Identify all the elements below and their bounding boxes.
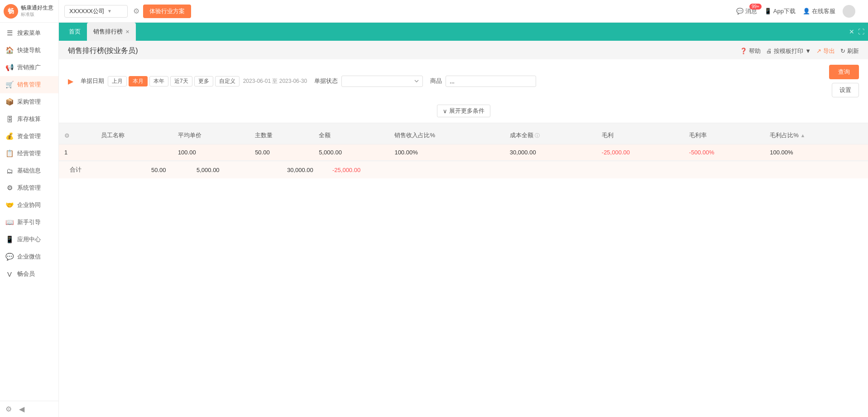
sidebar-item-basic-info[interactable]: 🗂基础信息 <box>0 162 58 179</box>
sidebar-icon-finance: 💰 <box>5 132 14 140</box>
tab-minimize-icon[interactable]: ✕ <box>849 28 854 35</box>
table-cell: 1 <box>59 144 96 161</box>
table-cell: 100.00 <box>173 144 249 161</box>
sidebar-item-sales[interactable]: 🛒销售管理 <box>0 76 58 93</box>
date-more[interactable]: 更多 <box>194 76 213 86</box>
table-header-row: ⚙ 员工名称 平均单价 主数量 全额 销售收入占比% 成本全额 ⓘ 毛利 毛利率… <box>59 127 868 144</box>
sidebar-item-quick-nav[interactable]: 🏠快捷导航 <box>0 42 58 59</box>
print-label: 按模板打印 <box>774 47 803 55</box>
app-label: App下载 <box>773 7 796 15</box>
sidebar-item-guide[interactable]: 📖新手引导 <box>0 214 58 231</box>
sidebar-item-inventory[interactable]: 🗄库存核算 <box>0 110 58 128</box>
date-last-month[interactable]: 上月 <box>108 76 127 86</box>
table-cell: 5,000.00 <box>313 144 389 161</box>
th-name: 员工名称 <box>96 127 173 144</box>
help-button[interactable]: ❓ 帮助 <box>740 47 761 55</box>
sidebar-label-sales: 销售管理 <box>17 81 41 89</box>
company-arrow-icon: ▼ <box>107 9 112 14</box>
tab-home-label: 首页 <box>69 28 81 36</box>
table-body: 1100.0050.005,000.00100.00%30,000.00-25,… <box>59 144 868 161</box>
sidebar-label-marketing: 营销推广 <box>17 63 41 72</box>
expand-more-button[interactable]: ∨ 展开更多条件 <box>437 105 490 117</box>
query-button[interactable]: 查询 <box>829 65 859 79</box>
date-7days[interactable]: 近7天 <box>170 76 192 86</box>
sidebar-icon-marketing: 📢 <box>5 63 14 72</box>
sidebar: 畅 畅康通好生意 标准版 ☰搜索菜单🏠快捷导航📢营销推广🛒销售管理📦采购管理🗄库… <box>0 0 59 417</box>
date-this-month[interactable]: 本月 <box>129 76 148 86</box>
date-filter: 单据日期 上月 本月 本年 近7天 更多 自定义 2023-06-01 至 20… <box>81 76 307 86</box>
sidebar-item-wechat[interactable]: 💬企业微信 <box>0 248 58 265</box>
sidebar-label-purchase: 采购管理 <box>17 98 41 106</box>
sidebar-item-purchase[interactable]: 📦采购管理 <box>0 93 58 110</box>
sidebar-label-basic-info: 基础信息 <box>17 167 41 175</box>
status-filter: 单据状态 <box>314 76 423 87</box>
goods-filter: 商品 <box>430 76 536 87</box>
avatar[interactable] <box>843 5 855 18</box>
th-cost: 成本全额 ⓘ <box>504 127 596 144</box>
sidebar-label-guide: 新手引导 <box>17 218 41 226</box>
sidebar-item-member[interactable]: V畅会员 <box>0 265 58 283</box>
table-row: 1100.0050.005,000.00100.00%30,000.00-25,… <box>59 144 868 161</box>
trial-button[interactable]: 体验行业方案 <box>143 5 191 18</box>
company-selector[interactable]: XXXXXX公司 ▼ <box>64 5 128 18</box>
filter-area: ▶ 单据日期 上月 本月 本年 近7天 更多 自定义 2023-06-01 至 … <box>59 59 868 123</box>
date-buttons: 上月 本月 本年 近7天 更多 自定义 2023-06-01 至 2023-06… <box>108 76 307 86</box>
tab-home[interactable]: 首页 <box>62 23 87 41</box>
print-icon: 🖨 <box>766 48 772 54</box>
sidebar-item-enterprise[interactable]: 🤝企业协同 <box>0 197 58 214</box>
sidebar-item-operations[interactable]: 📋经营管理 <box>0 145 58 162</box>
sidebar-icon-sales: 🛒 <box>5 81 14 89</box>
goods-input[interactable] <box>446 76 536 87</box>
tabbar-actions: ✕ ⛶ <box>849 28 864 35</box>
filter-expand-arrow[interactable]: ▶ <box>68 77 73 86</box>
message-button[interactable]: 💬 消息 99+ <box>736 7 757 15</box>
table-footer: 合计 50.00 5,000.00 30,000.00 -25,000.00 <box>59 161 868 178</box>
print-arrow-icon: ▼ <box>805 48 811 54</box>
online-service-button[interactable]: 👤 在线客服 <box>803 7 835 15</box>
service-icon: 👤 <box>803 8 810 14</box>
refresh-button[interactable]: ↻ 刷新 <box>840 47 859 55</box>
tab-close-icon[interactable]: ✕ <box>125 29 129 35</box>
table-container: ⚙ 员工名称 平均单价 主数量 全额 销售收入占比% 成本全额 ⓘ 毛利 毛利率… <box>59 127 868 161</box>
query-set-area: 查询 设置 <box>829 65 859 97</box>
sidebar-icon-guide: 📖 <box>5 218 14 226</box>
topbar-settings-icon[interactable]: ⚙ <box>133 7 139 15</box>
sidebar-item-search-order[interactable]: ☰搜索菜单 <box>0 24 58 42</box>
table-cell: 50.00 <box>249 144 313 161</box>
th-settings[interactable]: ⚙ <box>59 127 96 144</box>
sidebar-label-member: 畅会员 <box>17 270 35 278</box>
print-button[interactable]: 🖨 按模板打印 ▼ <box>766 47 811 55</box>
export-label: 导出 <box>823 47 835 55</box>
date-this-year[interactable]: 本年 <box>149 76 168 86</box>
collapse-icon[interactable]: ◀ <box>19 405 24 413</box>
sidebar-item-app-center[interactable]: 📱应用中心 <box>0 231 58 248</box>
status-select[interactable] <box>341 76 423 87</box>
date-custom[interactable]: 自定义 <box>215 76 240 86</box>
sidebar-item-finance[interactable]: 💰资金管理 <box>0 128 58 145</box>
sidebar-item-marketing[interactable]: 📢营销推广 <box>0 59 58 76</box>
topbar: XXXXXX公司 ▼ ⚙ 体验行业方案 💬 消息 99+ 📱 App下载 👤 在… <box>59 0 868 23</box>
sidebar-label-app-center: 应用中心 <box>17 235 41 244</box>
tab-sales-rank-label: 销售排行榜 <box>93 28 123 36</box>
sidebar-label-finance: 资金管理 <box>17 132 41 140</box>
app-download-button[interactable]: 📱 App下载 <box>764 7 796 15</box>
tabbar: 首页 销售排行榜 ✕ ✕ ⛶ <box>59 23 868 41</box>
help-icon: ❓ <box>740 48 747 54</box>
app-icon: 📱 <box>764 8 772 14</box>
sidebar-icon-purchase: 📦 <box>5 98 14 106</box>
sidebar-icon-wechat: 💬 <box>5 253 14 261</box>
sidebar-nav: ☰搜索菜单🏠快捷导航📢营销推广🛒销售管理📦采购管理🗄库存核算💰资金管理📋经营管理… <box>0 23 58 401</box>
settings-button[interactable]: 设置 <box>832 83 859 97</box>
chevron-down-icon: ∨ <box>443 108 447 115</box>
sidebar-icon-inventory: 🗄 <box>5 115 14 123</box>
tab-sales-rank[interactable]: 销售排行榜 ✕ <box>87 23 136 41</box>
sidebar-label-search-order: 搜索菜单 <box>17 29 41 37</box>
export-button[interactable]: ↗ 导出 <box>816 47 835 55</box>
logo-icon: 畅 <box>4 4 18 19</box>
th-avg-price: 平均单价 <box>173 127 249 144</box>
tab-maximize-icon[interactable]: ⛶ <box>858 28 864 35</box>
page-header: 销售排行榜(按业务员) ❓ 帮助 🖨 按模板打印 ▼ ↗ 导出 ↻ 刷新 <box>59 41 868 59</box>
sidebar-item-system[interactable]: ⚙系统管理 <box>0 179 58 197</box>
settings-icon[interactable]: ⚙ <box>5 405 12 413</box>
th-gross-rate: 毛利率 <box>684 127 764 144</box>
